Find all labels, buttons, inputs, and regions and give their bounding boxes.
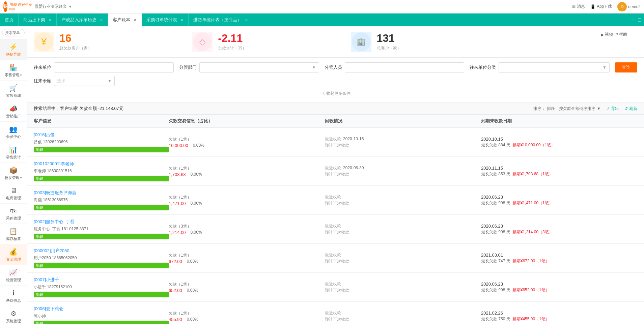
tab-customer-account[interactable]: 客户账本 ✕ — [108, 13, 142, 26]
tab-product-listing[interactable]: 商品上下架 ✕ — [19, 13, 57, 26]
sidebar-item-retail-stats[interactable]: 📊 零售统计 — [0, 142, 27, 163]
overdue-link-5[interactable]: 超期¥672.00（1笔） — [512, 258, 550, 264]
balance-arrow: ▼ — [108, 79, 112, 83]
debt-amount-value: -2.11 — [218, 32, 246, 44]
sort-label: 排序： — [533, 106, 545, 112]
debt-customers-value: 16 — [59, 32, 92, 44]
payment-status-cell-1: 最近收款 2020-10-15 预计下次收款 — [325, 136, 481, 148]
minimize-btn[interactable]: ─ — [632, 17, 635, 23]
dept-arrow: ▼ — [312, 65, 316, 70]
due-date-cell-3: 2020.06.23 最长欠款 998 天 超期¥1,471.00（1笔） — [481, 195, 637, 206]
tab-purchase-stats[interactable]: 采购订单统计表 ✕ — [142, 13, 189, 26]
sidebar-item-retail-store[interactable]: 🛒 零售商城 — [0, 81, 27, 101]
debt-info-cell-6: 欠款（1笔） 652.00 0.00% — [169, 282, 325, 293]
sort-select[interactable]: 排序： 排序：按欠款金额倒序排序 ▼ — [533, 106, 601, 112]
customer-tag-6: 现销 — [34, 292, 169, 297]
sidebar-item-business[interactable]: 📈 经营管理 — [0, 265, 27, 286]
customer-info-cell-3: [0003]畅捷服务尹海蕊 海燕 18513066976 现销 — [34, 190, 169, 210]
category-select[interactable]: ▼ — [499, 62, 610, 72]
query-button[interactable]: 查询 — [615, 62, 637, 72]
customer-name-link-7[interactable]: [0006]去下粮仓 — [34, 306, 169, 312]
overdue-link-2[interactable]: 超期¥1,703.68（1笔） — [512, 171, 553, 177]
due-date-cell-1: 2020.10.15 最长欠款 884 天 超期¥10,000.00（1笔） — [481, 137, 637, 148]
close-tab-purchase[interactable]: ✕ — [180, 18, 184, 22]
stat-icon-debt: ¥ — [34, 32, 54, 52]
tab-purchase-goods-stats[interactable]: 进货单统计表（按商品） ✕ — [189, 13, 253, 26]
sidebar-item-marketing[interactable]: 📣 营销推广 — [0, 101, 27, 122]
overdue-link-7[interactable]: 超期¥455.90（1笔） — [512, 316, 550, 322]
manager-input[interactable]: ··· — [345, 62, 465, 72]
customer-name-link-2[interactable]: [0001020001]李老师 — [34, 161, 169, 167]
message-btn[interactable]: ✉ 消息 — [572, 4, 585, 9]
sidebar-item-retail-mgmt[interactable]: 🏪 零售管理▾ — [0, 60, 27, 81]
system-icon: ⚙ — [10, 310, 17, 318]
page-area: ¥ 16 总欠款客户（家） ◇ -2 — [27, 26, 644, 324]
overdue-link-4[interactable]: 超期¥1,214.00（3笔） — [512, 229, 553, 235]
sidebar-item-ecommerce[interactable]: 🖥 电商管理 — [0, 183, 27, 204]
message-icon: ✉ — [572, 4, 576, 9]
view-btn[interactable]: ▶ 视频 — [601, 32, 613, 37]
refresh-icon: ↺ — [624, 106, 628, 111]
stats-row: ¥ 16 总欠款客户（家） ◇ -2 — [27, 26, 644, 58]
from-unit-input[interactable]: ··· — [54, 62, 174, 72]
due-date-cell-2: 2020.11.15 最长欠款 853 天 超期¥1,703.68（1笔） — [481, 166, 637, 177]
ecommerce-icon: 🖥 — [10, 187, 17, 195]
basic-info-icon: ℹ — [12, 289, 15, 297]
close-tab-product[interactable]: ✕ — [49, 18, 52, 22]
balance-select[interactable]: 选择... ▼ — [54, 76, 115, 86]
debt-amount-label: 欠款合计（万） — [218, 46, 246, 51]
customer-name-link-4[interactable]: [0002]服务中心_丁磊 — [34, 219, 169, 225]
tab-window-actions: ─ □ — [629, 13, 644, 26]
sidebar-item-member[interactable]: 👥 会员中心 — [0, 122, 27, 142]
customer-name-link-3[interactable]: [0003]畅捷服务尹海蕊 — [34, 190, 169, 196]
debt-info-cell-3: 欠款（1笔） 1,471.00 0.00% — [169, 195, 325, 206]
sidebar-item-finance[interactable]: 💰 资金管理 — [0, 244, 27, 265]
app-download-btn[interactable]: 📱 App下载 — [590, 4, 612, 9]
sidebar-item-purchase[interactable]: 🛍 采购管理 — [0, 204, 27, 224]
retail-stats-icon: 📊 — [9, 146, 18, 154]
overdue-link-1[interactable]: 超期¥10,000.00（1笔） — [512, 142, 555, 148]
manager-dots: ··· — [348, 65, 352, 70]
due-date-cell-7: 2021.02.26 最长欠款 750 天 超期¥455.90（1笔） — [481, 311, 637, 322]
maximize-btn[interactable]: □ — [638, 17, 641, 23]
suite-name: 母婴行业演示账套 — [34, 4, 67, 9]
debt-customers-label: 总欠款客户（家） — [59, 46, 92, 51]
close-tab-goods[interactable]: ✕ — [245, 18, 248, 22]
header-bar: 畅 畅捷通好生意 示例 母婴行业演示账套 ▼ ✉ 消息 📱 App下载 D de… — [0, 0, 644, 13]
export-btn[interactable]: ↗ 导出 — [606, 106, 619, 112]
debt-info-cell-5: 欠款（1笔） 672.00 0.00% — [169, 253, 325, 264]
col-payment-status: 回收情况 — [325, 118, 481, 124]
customer-info-cell-2: [0001020001]李老师 李老师 18600391516 现销 — [34, 161, 169, 181]
debt-info-cell-4: 欠款（3笔） 1,214.00 0.00% — [169, 224, 325, 235]
brand-sub: 示例 — [9, 7, 32, 11]
sidebar-item-basic-info[interactable]: ℹ 基础信息 — [0, 286, 27, 306]
stat-card-debt-customers: ¥ 16 总欠款客户（家） — [34, 32, 182, 52]
tab-production-history[interactable]: 产成品入库单历史 ✕ — [57, 13, 108, 26]
customer-tag-4: 现销 — [34, 234, 169, 239]
payment-status-cell-6: 最近收款 预计下次收款 — [325, 281, 481, 293]
overdue-link-6[interactable]: 超期¥652.00（1笔） — [512, 287, 550, 293]
help-btn[interactable]: ? 帮助 — [616, 32, 627, 37]
table-row: [0001020001]李老师 李老师 18600391516 现销 欠款（1笔… — [27, 157, 644, 186]
customer-name-link-5[interactable]: [000002]用户2050 — [34, 248, 169, 254]
dept-select[interactable]: ▼ — [199, 62, 319, 72]
customer-name-link-6[interactable]: [0007]小进千 — [34, 277, 169, 283]
tab-home[interactable]: 首页 — [0, 13, 19, 26]
sidebar-item-wholesale[interactable]: 📦 批发管理▾ — [0, 163, 27, 183]
payment-status-cell-2: 最近收款 2020-06-30 预计下次收款 — [325, 165, 481, 177]
close-tab-customer[interactable]: ✕ — [134, 18, 137, 22]
sidebar-item-system[interactable]: ⚙ 系统管理 — [0, 306, 27, 324]
filter-area: 往来单位 ··· 分管部门 ▼ 分管人员 — [27, 58, 644, 103]
close-tab-production[interactable]: ✕ — [100, 18, 103, 22]
table-row: [000002]用户2050 用户2050 18665062050 现销 欠款（… — [27, 244, 644, 273]
refresh-btn[interactable]: ↺ 刷新 — [624, 106, 637, 112]
customer-name-link-1[interactable]: [0016]吕俊 — [34, 132, 169, 138]
sidebar-item-inventory[interactable]: 📋 库存核算 — [0, 224, 27, 244]
search-input[interactable] — [2, 29, 25, 36]
due-date-cell-5: 2021.03.01 最长欠款 747 天 超期¥672.00（1笔） — [481, 253, 637, 264]
customer-tag-2: 现销 — [34, 176, 169, 181]
user-avatar-btn[interactable]: D demo2 — [617, 2, 641, 11]
retail-mgmt-icon: 🏪 — [9, 63, 18, 71]
overdue-link-3[interactable]: 超期¥1,471.00（1笔） — [512, 200, 553, 206]
collapse-button[interactable]: 《 收起更多条件 — [34, 89, 637, 98]
